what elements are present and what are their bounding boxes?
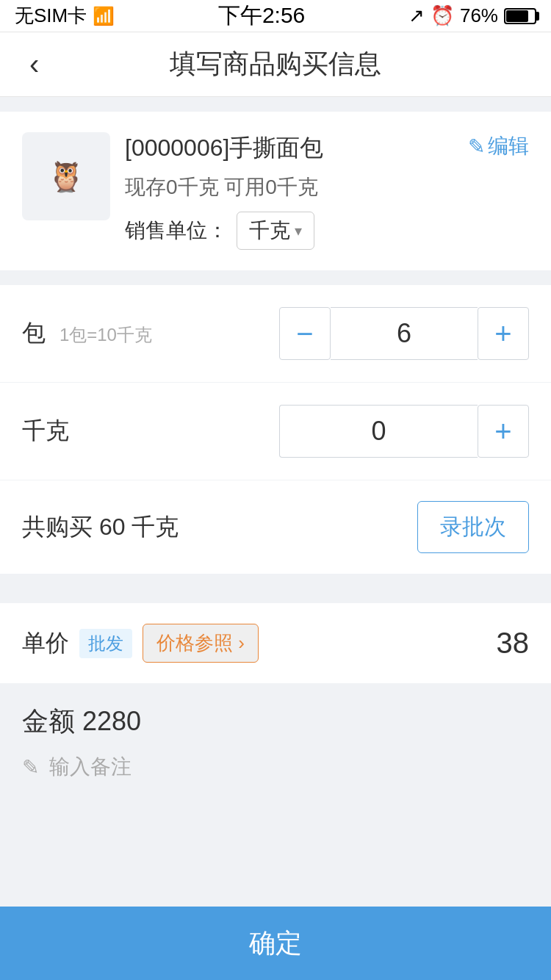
price-ref-button[interactable]: 价格参照 › xyxy=(143,624,259,663)
batch-button[interactable]: 录批次 xyxy=(417,501,529,553)
qty-row-kg: 千克 + xyxy=(0,383,551,480)
unit-select[interactable]: 千克 ▾ xyxy=(237,212,314,250)
qty-unit-bao: 包 xyxy=(22,320,46,346)
status-right: ↗ ⏰ 76% xyxy=(408,4,536,27)
confirm-bar[interactable]: 确定 xyxy=(0,907,551,980)
battery-percent: 76% xyxy=(460,4,498,27)
qty-hint-bao: 1包=10千克 xyxy=(60,325,152,345)
pencil-icon: ✎ xyxy=(22,755,39,779)
quantity-section: 包 1包=10千克 − + 千克 + xyxy=(0,285,551,480)
back-button[interactable]: ‹ xyxy=(22,40,46,88)
price-type-badge: 批发 xyxy=(79,629,132,658)
status-bar: 无SIM卡 📶 下午2:56 ↗ ⏰ 76% xyxy=(0,0,551,32)
product-unit-row: 销售单位： 千克 ▾ xyxy=(125,212,529,250)
edit-icon: ✎ xyxy=(468,134,485,159)
price-label-group: 单价 批发 价格参照 › xyxy=(22,624,259,663)
edit-label: 编辑 xyxy=(488,132,529,160)
qty-label-bao: 包 1包=10千克 xyxy=(22,317,279,350)
alarm-icon: ⏰ xyxy=(431,4,454,27)
plus-button-kg[interactable]: + xyxy=(478,405,529,458)
divider-2 xyxy=(0,574,551,588)
unit-label: 销售单位： xyxy=(125,217,228,245)
price-label: 单价 xyxy=(22,627,69,660)
qty-controls-bao: − + xyxy=(279,307,529,360)
qty-input-bao[interactable] xyxy=(331,307,478,360)
qty-unit-kg: 千克 xyxy=(22,417,69,444)
page-title: 填写商品购买信息 xyxy=(170,46,381,82)
unit-value: 千克 xyxy=(249,217,290,245)
note-row[interactable]: ✎ 输入备注 xyxy=(22,753,529,781)
price-section: 单价 批发 价格参照 › 38 xyxy=(0,603,551,683)
content-area: 🦉 [0000006]手撕面包 ✎ 编辑 现存0千克 可用0千克 销售单位： 千… xyxy=(0,112,551,881)
price-row: 单价 批发 价格参照 › 38 xyxy=(22,624,529,663)
qty-controls-kg: + xyxy=(279,405,529,458)
product-edit-button[interactable]: ✎ 编辑 xyxy=(468,132,529,160)
amount-section: 金额 2280 ✎ 输入备注 xyxy=(0,683,551,793)
status-time: 下午2:56 xyxy=(218,1,305,31)
carrier-label: 无SIM卡 xyxy=(15,3,87,29)
amount-row: 金额 2280 xyxy=(22,704,529,740)
product-name: [0000006]手撕面包 xyxy=(125,132,323,165)
status-left: 无SIM卡 📶 xyxy=(15,3,115,29)
minus-button-bao[interactable]: − xyxy=(279,307,331,360)
confirm-button[interactable]: 确定 xyxy=(249,926,302,962)
product-thumbnail: 🦉 xyxy=(22,132,110,220)
unit-chevron: ▾ xyxy=(295,222,302,239)
gps-icon: ↗ xyxy=(408,4,425,27)
wifi-icon: 📶 xyxy=(93,6,115,26)
divider-1 xyxy=(0,270,551,285)
qty-input-kg[interactable] xyxy=(279,405,478,458)
product-name-row: [0000006]手撕面包 ✎ 编辑 xyxy=(125,132,529,165)
product-stock: 现存0千克 可用0千克 xyxy=(125,173,529,201)
plus-button-bao[interactable]: + xyxy=(478,307,529,360)
note-placeholder: 输入备注 xyxy=(49,753,132,781)
total-text: 共购买 60 千克 xyxy=(22,511,179,544)
battery-icon xyxy=(504,8,536,24)
amount-label: 金额 xyxy=(22,706,82,736)
price-value: 38 xyxy=(497,627,530,660)
qty-row-bao: 包 1包=10千克 − + xyxy=(0,285,551,383)
amount-value: 2280 xyxy=(82,706,141,736)
nav-bar: ‹ 填写商品购买信息 xyxy=(0,32,551,97)
product-logo: 🦉 xyxy=(48,159,84,194)
qty-label-kg: 千克 xyxy=(22,415,279,447)
product-info: [0000006]手撕面包 ✎ 编辑 现存0千克 可用0千克 销售单位： 千克 … xyxy=(125,132,529,250)
total-row: 共购买 60 千克 录批次 xyxy=(0,480,551,574)
product-card: 🦉 [0000006]手撕面包 ✎ 编辑 现存0千克 可用0千克 销售单位： 千… xyxy=(0,112,551,270)
